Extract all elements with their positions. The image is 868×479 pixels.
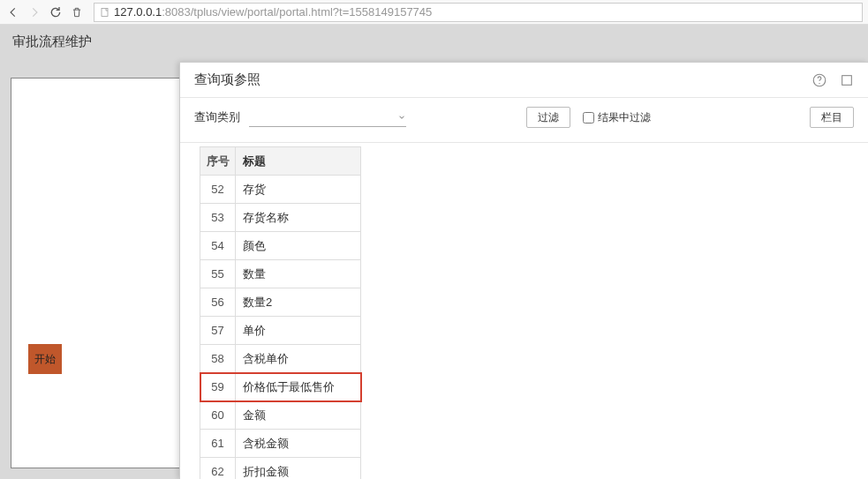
delete-icon[interactable] [69,4,85,20]
row-title: 含税单价 [236,345,361,373]
table-row[interactable]: 53存货名称 [200,204,361,232]
page-title: 审批流程维护 [0,25,868,59]
row-seq: 54 [200,232,236,260]
row-seq: 62 [200,458,236,480]
browser-toolbar: 127.0.0.1:8083/tplus/view/portal/portal.… [0,0,868,25]
lookup-dialog: 查询项参照 查询类别 过滤 结果中过滤 栏目 [179,62,868,479]
url-text: 127.0.0.1:8083/tplus/view/portal/portal.… [114,5,432,19]
row-seq: 61 [200,430,236,458]
row-seq: 58 [200,345,236,373]
table-row[interactable]: 61含税金额 [200,430,361,458]
row-title: 颜色 [236,232,361,260]
row-title: 数量2 [236,288,361,317]
table-row[interactable]: 54颜色 [200,232,361,260]
row-seq: 60 [200,401,236,430]
forward-button[interactable] [26,4,42,20]
table-row[interactable]: 55数量 [200,260,361,288]
help-icon[interactable] [811,72,827,88]
filter-button[interactable]: 过滤 [526,107,570,128]
query-category-select[interactable] [249,108,406,127]
row-title: 含税金额 [236,430,361,458]
row-seq: 56 [200,288,236,317]
table-row[interactable]: 62折扣金额 [200,458,361,480]
dialog-header: 查询项参照 [180,63,868,98]
table-row[interactable]: 59价格低于最低售价 [200,373,361,401]
chevron-down-icon [397,113,406,122]
query-category-label: 查询类别 [194,109,240,125]
page-icon [100,7,110,18]
row-seq: 57 [200,317,236,345]
row-title: 存货名称 [236,204,361,232]
row-seq: 53 [200,204,236,232]
table-wrap: 序号 标题 52存货53存货名称54颜色55数量56数量257单价58含税单价5… [180,143,868,479]
table-row[interactable]: 60金额 [200,401,361,430]
columns-button[interactable]: 栏目 [810,107,854,128]
row-title: 单价 [236,317,361,345]
col-seq[interactable]: 序号 [200,147,236,176]
filter-bar: 查询类别 过滤 结果中过滤 栏目 [180,98,868,143]
svg-point-2 [819,83,819,84]
table-row[interactable]: 57单价 [200,317,361,345]
maximize-icon[interactable] [840,73,854,87]
filter-in-result-checkbox[interactable] [583,112,594,123]
dialog-title: 查询项参照 [194,71,811,88]
back-button[interactable] [5,4,21,20]
row-seq: 52 [200,176,236,204]
page-background: 审批流程维护 开始 查询项参照 查询类别 过滤 [0,25,868,479]
address-bar[interactable]: 127.0.0.1:8083/tplus/view/portal/portal.… [94,3,863,22]
row-title: 价格低于最低售价 [236,373,361,401]
table-row[interactable]: 58含税单价 [200,345,361,373]
row-title: 折扣金额 [236,458,361,480]
table-row[interactable]: 56数量2 [200,288,361,317]
row-title: 数量 [236,260,361,288]
filter-in-result[interactable]: 结果中过滤 [583,110,651,125]
svg-rect-0 [102,8,108,16]
row-seq: 59 [200,373,236,401]
reload-button[interactable] [48,4,64,20]
svg-rect-3 [842,75,852,85]
row-title: 金额 [236,401,361,430]
col-title[interactable]: 标题 [236,147,361,176]
table-row[interactable]: 52存货 [200,176,361,204]
results-table: 序号 标题 52存货53存货名称54颜色55数量56数量257单价58含税单价5… [200,146,361,479]
start-node[interactable]: 开始 [28,344,62,374]
row-title: 存货 [236,176,361,204]
row-seq: 55 [200,260,236,288]
